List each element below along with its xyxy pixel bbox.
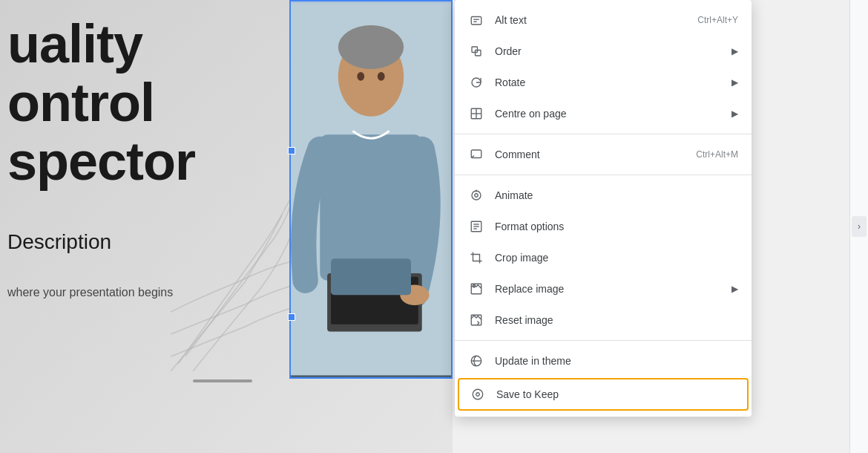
slide-title: uality ontrol spector — [7, 15, 195, 192]
wireframe-decoration — [171, 163, 304, 371]
slide-progress — [193, 379, 252, 382]
menu-item-comment[interactable]: CommentCtrl+Alt+M — [455, 139, 752, 170]
reset-image-icon — [468, 312, 484, 328]
menu-item-label-replace-image: Replace image — [495, 283, 726, 295]
animate-icon — [468, 187, 484, 203]
svg-point-5 — [378, 72, 385, 81]
svg-rect-1 — [320, 134, 421, 280]
comment-icon — [468, 146, 484, 163]
menu-item-label-order: Order — [495, 45, 726, 57]
selection-handle-bottom-left[interactable] — [288, 313, 295, 321]
format-options-icon — [468, 218, 484, 235]
order-icon — [468, 43, 484, 59]
panel-collapse-button[interactable]: › — [852, 216, 867, 237]
menu-item-label-save-to-keep: Save to Keep — [496, 388, 737, 400]
keep-icon — [470, 386, 486, 403]
menu-item-shortcut-comment: Ctrl+Alt+M — [696, 149, 738, 160]
photo-container — [289, 0, 453, 379]
menu-item-label-format-options: Format options — [495, 221, 738, 232]
photo-inner — [291, 1, 451, 377]
replace-image-icon — [468, 281, 484, 297]
menu-item-shortcut-alt-text: Ctrl+Alt+Y — [697, 15, 738, 25]
menu-divider — [455, 340, 752, 341]
crop-icon — [468, 250, 484, 266]
slide-subtitle: Description — [7, 230, 111, 254]
menu-item-label-alt-text: Alt text — [495, 14, 685, 26]
svg-point-30 — [473, 389, 483, 400]
menu-divider — [455, 134, 752, 134]
menu-item-animate[interactable]: Animate — [455, 180, 752, 211]
menu-item-label-animate: Animate — [495, 189, 738, 201]
svg-point-19 — [472, 191, 481, 200]
menu-item-save-to-keep[interactable]: Save to Keep — [458, 378, 749, 411]
slide-area: uality ontrol spector Description where … — [0, 0, 453, 453]
menu-item-rotate[interactable]: Rotate▶ — [455, 67, 752, 98]
svg-point-3 — [338, 25, 404, 69]
context-menu: Alt textCtrl+Alt+YOrder▶Rotate▶Centre on… — [455, 0, 752, 417]
right-panel: › — [849, 0, 868, 453]
svg-point-31 — [476, 393, 480, 397]
menu-item-format-options[interactable]: Format options — [455, 211, 752, 242]
menu-item-order[interactable]: Order▶ — [455, 36, 752, 67]
menu-item-arrow-replace-image: ▶ — [731, 284, 738, 294]
menu-item-arrow-order: ▶ — [731, 46, 738, 56]
menu-item-label-update-in-theme: Update in theme — [495, 355, 738, 367]
menu-item-crop-image[interactable]: Crop image — [455, 242, 752, 273]
menu-item-label-comment: Comment — [495, 149, 684, 160]
alt-text-icon — [468, 12, 484, 28]
menu-item-replace-image[interactable]: Replace image▶ — [455, 273, 752, 304]
menu-item-arrow-rotate: ▶ — [731, 77, 738, 88]
svg-rect-14 — [476, 50, 481, 56]
menu-item-alt-text[interactable]: Alt textCtrl+Alt+Y — [455, 4, 752, 36]
svg-point-4 — [357, 72, 364, 81]
menu-item-arrow-centre-on-page: ▶ — [731, 108, 738, 119]
slide-tagline: where your presentation begins — [7, 286, 173, 299]
theme-icon — [468, 353, 484, 369]
menu-item-reset-image[interactable]: Reset image — [455, 304, 752, 336]
menu-item-update-in-theme[interactable]: Update in theme — [455, 345, 752, 377]
menu-divider — [455, 175, 752, 175]
svg-point-20 — [475, 194, 479, 198]
svg-rect-10 — [471, 17, 481, 25]
rotate-icon — [468, 74, 484, 91]
selection-handle-top-left[interactable] — [288, 147, 295, 154]
menu-item-label-crop-image: Crop image — [495, 252, 738, 264]
svg-rect-13 — [472, 47, 478, 53]
svg-rect-9 — [331, 258, 411, 295]
menu-item-label-reset-image: Reset image — [495, 314, 738, 326]
menu-item-centre-on-page[interactable]: Centre on page▶ — [455, 98, 752, 129]
centre-icon — [468, 105, 484, 122]
svg-point-27 — [473, 286, 475, 287]
menu-item-label-rotate: Rotate — [495, 76, 726, 88]
slide-content: uality ontrol spector Description where … — [0, 0, 453, 453]
menu-item-label-centre-on-page: Centre on page — [495, 108, 726, 120]
